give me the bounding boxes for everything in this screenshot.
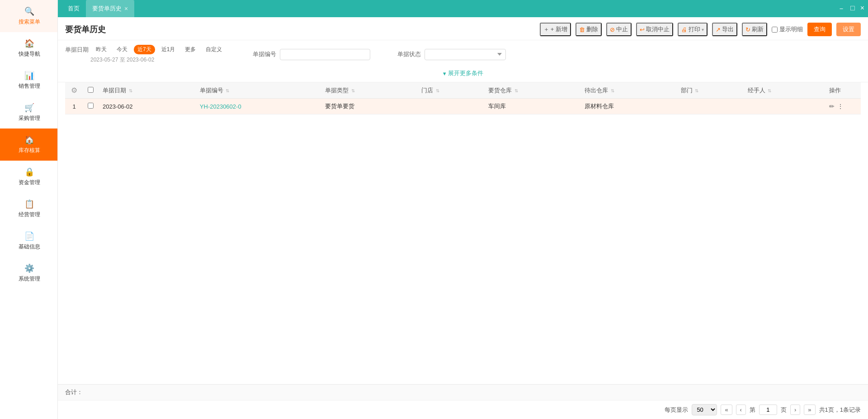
th-department[interactable]: 部门 ⇅	[676, 82, 743, 99]
sort-icon-doc-date: ⇅	[129, 88, 132, 93]
cell-pending-warehouse-0: 原材料仓库	[580, 99, 676, 114]
date-shortcut-近1月[interactable]: 近1月	[158, 45, 179, 54]
table-body: 1 2023-06-02 YH-20230602-0 要货单要货 车间库 原材料…	[65, 99, 861, 114]
date-shortcut-自定义[interactable]: 自定义	[202, 45, 226, 54]
date-shortcut-今天[interactable]: 今天	[113, 45, 131, 54]
sidebar-icon-system: ⚙️	[24, 263, 34, 273]
th-pending-warehouse[interactable]: 待出仓库 ⇅	[580, 82, 676, 99]
sort-icon-department: ⇅	[695, 88, 698, 93]
select-all-checkbox[interactable]	[88, 87, 94, 93]
first-page-btn[interactable]: «	[721, 405, 732, 415]
date-shortcuts: 昨天今天近7天近1月更多自定义	[92, 45, 226, 54]
sidebar-item-system[interactable]: ⚙️ 系统管理	[0, 257, 57, 289]
page-header: 要货单历史 ＋ + 新增 🗑 删除 ⊘ 中止 ↩ 取消中止	[58, 17, 868, 40]
next-page-btn[interactable]: ›	[790, 405, 800, 415]
action-more-icon-0[interactable]: ⋮	[837, 103, 844, 110]
cell-action-0: ✏ ⋮	[825, 99, 861, 114]
minimize-btn[interactable]: －	[838, 4, 845, 14]
gear-icon[interactable]: ⚙	[71, 86, 77, 94]
th-doc-type[interactable]: 单据类型 ⇅	[321, 82, 417, 99]
cancel-stop-icon: ↩	[640, 26, 645, 33]
sidebar-label-quick-nav: 快捷导航	[19, 50, 40, 58]
doc-no-input[interactable]	[280, 49, 370, 60]
tab-requisition-history[interactable]: 要货单历史×	[86, 0, 134, 17]
sidebar-item-sales[interactable]: 📊 销售管理	[0, 64, 57, 96]
display-detail-toggle[interactable]: 显示明细	[772, 25, 803, 33]
sidebar-item-inventory[interactable]: 🏠 库存核算	[0, 129, 57, 161]
date-shortcut-更多[interactable]: 更多	[181, 45, 199, 54]
th-store[interactable]: 门店 ⇅	[417, 82, 484, 99]
doc-no-link-0[interactable]: YH-20230602-0	[200, 103, 241, 110]
sidebar-label-search-menu: 搜索菜单	[19, 18, 40, 26]
new-icon: ＋	[543, 25, 549, 33]
date-shortcut-近7天[interactable]: 近7天	[134, 45, 155, 54]
sidebar-icon-search-menu: 🔍	[24, 6, 34, 16]
page-size-select[interactable]: 50 10 20 100	[692, 404, 717, 415]
query-btn[interactable]: 查询	[807, 23, 832, 36]
export-btn[interactable]: ↗ 导出	[712, 23, 737, 36]
last-page-btn[interactable]: »	[804, 405, 815, 415]
expand-more-btn[interactable]: ▾ 展开更多条件	[65, 67, 861, 79]
cell-department-0	[676, 99, 743, 114]
print-btn[interactable]: 🖨 打印 ▾	[678, 23, 708, 36]
page-number-input[interactable]	[759, 405, 777, 415]
sort-icon-doc-type: ⇅	[351, 88, 355, 93]
cancel-stop-btn[interactable]: ↩ 取消中止	[636, 23, 673, 36]
th-gear[interactable]: ⚙	[65, 82, 83, 99]
cell-doc-no-0[interactable]: YH-20230602-0	[195, 99, 321, 114]
tab-close-requisition-history[interactable]: ×	[124, 5, 128, 12]
prev-page-btn[interactable]: ‹	[736, 405, 746, 415]
cell-doc-type-0: 要货单要货	[321, 99, 417, 114]
sidebar-icon-quick-nav: 🏠	[24, 38, 34, 48]
tab-home[interactable]: 首页	[61, 0, 86, 17]
sidebar-item-operation[interactable]: 📋 经营管理	[0, 193, 57, 225]
export-icon: ↗	[716, 26, 721, 33]
action-edit-icon-0[interactable]: ✏	[829, 103, 835, 110]
sidebar-icon-purchase: 🛒	[24, 103, 34, 113]
sidebar-item-search-menu[interactable]: 🔍 搜索菜单	[0, 0, 57, 32]
summary-label: 合计：	[65, 389, 83, 395]
display-detail-checkbox[interactable]	[772, 27, 778, 33]
date-shortcut-昨天[interactable]: 昨天	[92, 45, 110, 54]
page-title: 要货单历史	[65, 24, 106, 35]
stop-btn[interactable]: ⊘ 中止	[606, 23, 632, 36]
window-close-btn[interactable]: ×	[860, 4, 864, 14]
sidebar-label-basic-info: 基础信息	[19, 243, 40, 251]
sidebar-label-purchase: 采购管理	[19, 114, 40, 122]
sidebar: 🔍 搜索菜单 🏠 快捷导航 📊 销售管理 🛒 采购管理 🏠 库存核算 🔒 资金管…	[0, 0, 58, 419]
sidebar-label-system: 系统管理	[19, 275, 40, 283]
sort-icon-store: ⇅	[436, 88, 439, 93]
th-action: 操作	[825, 82, 861, 99]
sidebar-item-basic-info[interactable]: 📄 基础信息	[0, 225, 57, 257]
cell-check-0[interactable]	[83, 99, 98, 114]
date-filter-group: 单据日期 昨天今天近7天近1月更多自定义 2023-05-27 至 2023-0…	[65, 45, 226, 64]
new-btn[interactable]: ＋ + 新增	[540, 23, 571, 36]
sidebar-icon-inventory: 🏠	[24, 135, 34, 145]
delete-icon: 🗑	[579, 26, 585, 33]
th-check[interactable]	[83, 82, 98, 99]
settings-btn[interactable]: 设置	[836, 23, 861, 36]
filter-row-1: 单据日期 昨天今天近7天近1月更多自定义 2023-05-27 至 2023-0…	[65, 45, 861, 64]
delete-btn[interactable]: 🗑 删除	[576, 23, 602, 36]
doc-status-label: 单据状态	[397, 50, 421, 58]
maximize-btn[interactable]: □	[850, 4, 855, 14]
sidebar-icon-finance: 🔒	[24, 167, 34, 177]
cell-doc-date-0: 2023-06-02	[98, 99, 195, 114]
doc-status-select[interactable]	[425, 49, 506, 60]
th-req-warehouse[interactable]: 要货仓库 ⇅	[484, 82, 580, 99]
sidebar-item-finance[interactable]: 🔒 资金管理	[0, 161, 57, 193]
footer-summary: 合计：	[58, 384, 868, 400]
cell-store-0	[417, 99, 484, 114]
refresh-btn[interactable]: ↻ 刷新	[742, 23, 767, 36]
requisition-table: ⚙ 单据日期 ⇅ 单据编号 ⇅	[65, 82, 861, 114]
sort-icon-doc-no: ⇅	[226, 88, 229, 93]
sidebar-item-quick-nav[interactable]: 🏠 快捷导航	[0, 32, 57, 64]
refresh-icon: ↻	[745, 26, 750, 33]
row-checkbox-0[interactable]	[88, 103, 94, 109]
cell-handler-0	[743, 99, 825, 114]
doc-date-label: 单据日期	[65, 46, 89, 54]
th-doc-date[interactable]: 单据日期 ⇅	[98, 82, 195, 99]
sidebar-item-purchase[interactable]: 🛒 采购管理	[0, 96, 57, 129]
th-handler[interactable]: 经手人 ⇅	[743, 82, 825, 99]
th-doc-no[interactable]: 单据编号 ⇅	[195, 82, 321, 99]
